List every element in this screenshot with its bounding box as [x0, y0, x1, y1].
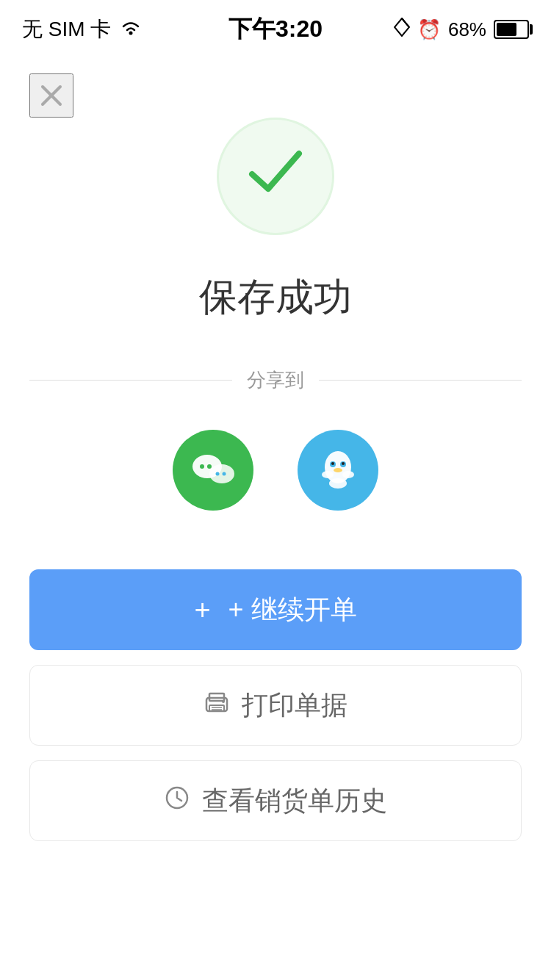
svg-point-15	[331, 462, 334, 465]
share-label: 分享到	[247, 367, 304, 393]
print-label: 打印单据	[242, 688, 347, 724]
history-button[interactable]: 查看销货单历史	[29, 760, 522, 841]
main-content: 保存成功 分享到	[0, 59, 551, 841]
status-time: 下午3:20	[228, 13, 323, 46]
svg-point-5	[200, 464, 204, 469]
svg-point-8	[222, 472, 226, 475]
location-icon	[394, 18, 410, 42]
wifi-icon	[120, 18, 142, 41]
share-divider: 分享到	[29, 367, 522, 393]
svg-point-7	[215, 472, 219, 475]
divider-right	[319, 380, 522, 381]
success-section: 保存成功 分享到	[29, 59, 522, 841]
action-buttons: + + 继续开单 打印单据	[29, 569, 522, 841]
share-icons-container	[29, 430, 522, 511]
print-icon	[204, 689, 230, 722]
qq-share-button[interactable]	[298, 430, 378, 511]
share-section: 分享到	[29, 367, 522, 841]
status-left: 无 SIM 卡	[22, 15, 142, 43]
svg-point-11	[342, 471, 354, 478]
svg-point-4	[209, 464, 234, 483]
svg-point-17	[334, 468, 342, 472]
svg-point-6	[207, 464, 212, 469]
success-circle	[217, 118, 334, 235]
continue-label: + 继续开单	[228, 592, 357, 628]
wechat-share-button[interactable]	[173, 430, 253, 511]
status-right: ⏰ 68%	[394, 18, 529, 42]
alarm-icon: ⏰	[417, 18, 441, 41]
checkmark-icon	[246, 146, 305, 207]
continue-button[interactable]: + + 继续开单	[29, 569, 522, 650]
carrier-text: 无 SIM 卡	[22, 15, 111, 43]
success-title: 保存成功	[199, 272, 352, 323]
svg-point-0	[129, 32, 133, 35]
history-label: 查看销货单历史	[202, 783, 387, 819]
svg-point-23	[222, 700, 225, 703]
divider-left	[29, 380, 232, 381]
battery-percent: 68%	[448, 18, 486, 41]
continue-icon: +	[194, 594, 210, 626]
close-button[interactable]	[29, 73, 73, 118]
history-icon	[164, 785, 190, 818]
svg-point-10	[322, 471, 334, 478]
print-button[interactable]: 打印单据	[29, 665, 522, 746]
svg-point-16	[342, 462, 345, 465]
battery-indicator	[494, 20, 529, 39]
status-bar: 无 SIM 卡 下午3:20 ⏰ 68%	[0, 0, 551, 59]
svg-point-12	[329, 478, 347, 489]
